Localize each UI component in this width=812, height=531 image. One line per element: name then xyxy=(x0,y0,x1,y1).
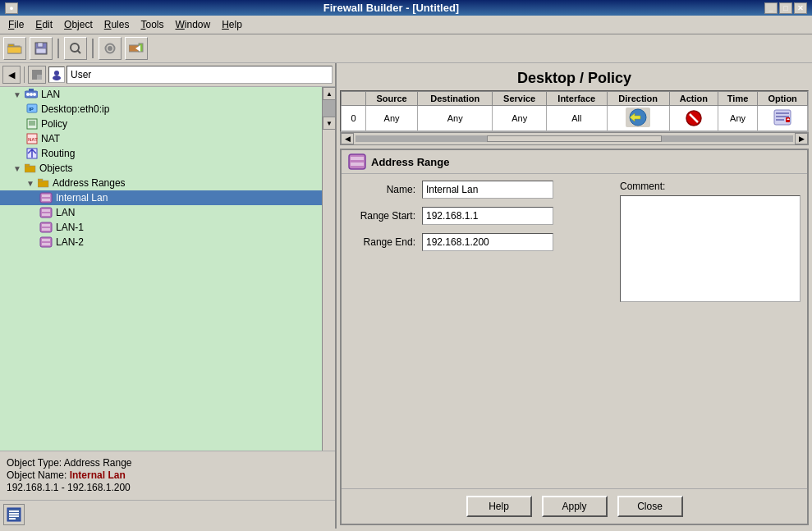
svg-rect-44 xyxy=(42,228,50,231)
h-scrollbar[interactable]: ◀ ▶ xyxy=(340,132,809,145)
import-button[interactable] xyxy=(125,37,148,60)
menu-rules[interactable]: Rules xyxy=(99,17,135,32)
lan-label: LAN xyxy=(41,89,60,100)
toolbar xyxy=(0,34,812,63)
svg-rect-59 xyxy=(776,116,789,117)
object-range-line: 192.168.1.1 - 192.168.1.200 xyxy=(7,482,328,493)
open-button[interactable] xyxy=(3,37,26,60)
row-service: Any xyxy=(493,106,546,131)
object-type-line: Object Type: Address Range xyxy=(7,457,328,469)
panel-header: Address Range xyxy=(342,150,807,174)
close-button[interactable]: Close xyxy=(617,496,683,517)
routing-icon xyxy=(26,148,38,159)
address-range-panel: Address Range Name: Range Start: xyxy=(340,149,809,525)
tree-item-lan-obj[interactable]: LAN xyxy=(0,205,322,220)
menu-tools[interactable]: Tools xyxy=(135,17,168,32)
nat-icon: NAT xyxy=(26,133,38,144)
svg-rect-38 xyxy=(42,199,50,201)
svg-rect-19 xyxy=(29,89,34,91)
range-start-input[interactable] xyxy=(422,207,553,225)
title-close-btn[interactable]: ● xyxy=(5,2,18,14)
svg-rect-62 xyxy=(349,154,365,169)
col-source: Source xyxy=(366,92,418,106)
scroll-left-btn[interactable]: ◀ xyxy=(341,133,354,144)
comment-textarea[interactable] xyxy=(620,195,801,302)
tree-item-address-ranges[interactable]: ▼ Address Ranges xyxy=(0,176,322,190)
tree-item-objects[interactable]: ▼ Objects xyxy=(0,161,322,176)
toolbar-separator-1 xyxy=(57,39,59,58)
desktop-label: Desktop:eth0:ip xyxy=(41,103,109,115)
toolbar-separator-2 xyxy=(92,39,94,58)
range-start-row: Range Start: xyxy=(348,207,610,225)
tree-item-lan-2[interactable]: LAN-2 xyxy=(0,235,322,249)
svg-rect-41 xyxy=(42,213,50,216)
row-action xyxy=(669,106,718,131)
name-input[interactable] xyxy=(422,181,553,199)
address-ranges-label: Address Ranges xyxy=(53,177,126,189)
object-range: 192.168.1.1 - 192.168.1.200 xyxy=(7,482,131,493)
svg-rect-58 xyxy=(776,112,789,114)
svg-rect-51 xyxy=(9,515,19,517)
tree-item-nat[interactable]: NAT NAT xyxy=(0,131,322,146)
log-button[interactable] xyxy=(3,504,25,525)
tree-item-policy[interactable]: Policy xyxy=(0,117,322,131)
form-area: Name: Range Start: Range End: xyxy=(348,181,610,482)
address-ranges-folder-icon xyxy=(38,178,49,188)
search-button[interactable] xyxy=(64,37,87,60)
address-range-panel-icon xyxy=(348,153,366,170)
close-btn[interactable]: ✕ xyxy=(794,2,807,14)
svg-rect-39 xyxy=(40,208,52,217)
scroll-thumb[interactable] xyxy=(487,135,662,142)
row-num: 0 xyxy=(342,106,366,131)
minimize-btn[interactable]: _ xyxy=(764,2,778,14)
nav-menu-btn[interactable] xyxy=(28,66,46,84)
settings-button[interactable] xyxy=(99,37,122,60)
object-name-line: Object Name: Internal Lan xyxy=(7,469,328,481)
menu-object[interactable]: Object xyxy=(59,17,98,32)
svg-rect-14 xyxy=(32,75,37,80)
scroll-right-btn[interactable]: ▶ xyxy=(795,133,808,144)
svg-rect-36 xyxy=(40,193,52,203)
menu-window[interactable]: Window xyxy=(170,17,215,32)
bottom-left xyxy=(0,500,335,529)
svg-rect-45 xyxy=(40,237,52,247)
maximize-btn[interactable]: □ xyxy=(779,2,792,14)
comment-area: Comment: xyxy=(620,181,801,482)
tree-scroll-area: ▼ LAN IP Desktop:eth0:ip Policy NAT xyxy=(0,87,335,451)
svg-rect-63 xyxy=(351,157,364,160)
range-end-input[interactable] xyxy=(422,233,553,251)
window-title: Firewall Builder - [Untitled] xyxy=(18,2,764,14)
svg-point-22 xyxy=(33,93,36,96)
tree-item-desktop[interactable]: IP Desktop:eth0:ip xyxy=(0,102,322,117)
menu-help[interactable]: Help xyxy=(217,17,247,32)
objects-folder-icon xyxy=(25,163,36,173)
right-panel: Desktop / Policy Source Destination Serv… xyxy=(337,63,812,529)
svg-point-20 xyxy=(26,93,30,96)
lan-obj-label: LAN xyxy=(56,207,75,218)
save-button[interactable] xyxy=(30,37,53,60)
lan-2-icon xyxy=(39,236,53,248)
nav-back-btn[interactable]: ◀ xyxy=(2,66,21,84)
routing-label: Routing xyxy=(41,148,75,159)
info-panel: Object Type: Address Range Object Name: … xyxy=(0,451,335,500)
range-end-row: Range End: xyxy=(348,233,610,251)
svg-text:NAT: NAT xyxy=(28,137,38,142)
policy-title: Desktop / Policy xyxy=(337,63,812,90)
apply-button[interactable]: Apply xyxy=(542,496,608,517)
tree-item-lan-1[interactable]: LAN-1 xyxy=(0,220,322,235)
tree-item-lan[interactable]: ▼ LAN xyxy=(0,87,322,102)
col-action: Action xyxy=(669,92,718,106)
range-start-label: Range Start: xyxy=(348,210,422,222)
help-button[interactable]: Help xyxy=(466,496,532,517)
row-option xyxy=(758,106,808,131)
main-content: ◀ User ▼ LAN xyxy=(0,63,812,529)
user-dropdown[interactable]: User xyxy=(67,66,333,84)
menu-edit[interactable]: Edit xyxy=(30,17,57,32)
table-row[interactable]: 0 Any Any Any All xyxy=(342,106,808,131)
tree-scrollbar[interactable]: ▲ ▼ xyxy=(322,87,335,451)
svg-rect-2 xyxy=(7,47,21,53)
row-time: Any xyxy=(718,106,757,131)
tree-item-internal-lan[interactable]: Internal Lan xyxy=(0,190,322,205)
menu-file[interactable]: File xyxy=(3,17,29,32)
tree-item-routing[interactable]: Routing xyxy=(0,146,322,161)
